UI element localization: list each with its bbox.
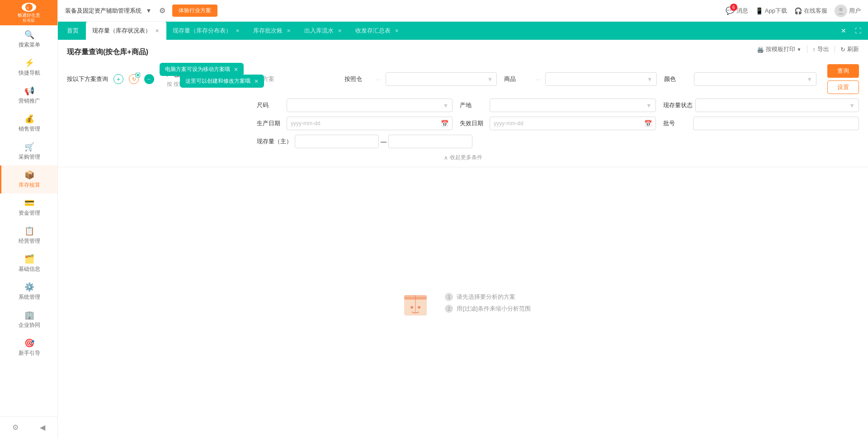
sidebar-item-quick-nav[interactable]: ⚡ 快捷导航 <box>0 53 57 81</box>
filter-field-origin: 产地 ▼ <box>460 99 656 112</box>
filter-field-stock-status: 现存量状态 ▼ <box>663 99 859 112</box>
sidebar-item-search[interactable]: 🔍 搜索菜单 <box>0 25 57 53</box>
tab-stock-dist-label: 现存量（库存分布表） <box>173 27 231 35</box>
expire-date-calendar-icon[interactable]: 📅 <box>644 120 652 127</box>
sidebar-item-system[interactable]: ⚙️ 系统管理 <box>0 278 57 306</box>
size-select-caret: ▼ <box>443 102 448 109</box>
search-btn-group: 查询 设置 <box>827 64 859 94</box>
tab-in-out-flow[interactable]: 出入库流水 ✕ <box>298 22 349 40</box>
notification-item[interactable]: 💬 6 消息 <box>726 6 748 15</box>
size-select[interactable]: ▼ <box>287 99 453 112</box>
sidebar-item-basic-info[interactable]: 🗂️ 基础信息 <box>0 250 57 278</box>
warehouse-dots[interactable]: ··· <box>374 76 383 83</box>
sidebar-bottom: ⚙ ◀ <box>0 416 57 438</box>
tab-in-out-flow-close[interactable]: ✕ <box>336 28 343 34</box>
origin-select[interactable]: ▼ <box>490 99 656 112</box>
app-logo: 6 畅通好生意 标准版 <box>0 0 57 25</box>
filter-arrow-btn[interactable]: ← <box>144 74 154 84</box>
sidebar-collapse-btn[interactable]: ◀ <box>38 421 47 433</box>
sales-icon: 💰 <box>24 114 34 124</box>
system-icon: ⚙️ <box>24 282 34 292</box>
user-item[interactable]: 用户 <box>835 5 861 17</box>
scheme-tooltip-close[interactable]: ✕ <box>234 66 238 73</box>
tab-maximize-btn[interactable]: ⛶ <box>852 24 864 37</box>
stock-main-label: 现存量（主） <box>257 137 292 146</box>
goods-select[interactable]: ▼ <box>545 72 656 86</box>
tab-bar: 首页 现存量（库存状况表） ✕ 现存量（库存分布表） ✕ 库存批次账 ✕ 出入库… <box>58 22 868 40</box>
refresh-btn[interactable]: ↻ 刷新 <box>840 45 859 53</box>
sidebar-item-marketing[interactable]: 📢 营销推广 <box>0 81 57 109</box>
prod-date-input[interactable]: yyyy-mm-dd 📅 <box>287 117 453 130</box>
filter-field-warehouse: 按照仓 ··· ▼ <box>344 72 497 86</box>
goods-select-caret: ▼ <box>647 76 653 83</box>
sidebar-item-operations[interactable]: 📋 经营管理 <box>0 221 57 250</box>
tab-batch-account[interactable]: 库存批次账 ✕ <box>247 22 298 40</box>
tab-stock-status[interactable]: 现存量（库存状况表） ✕ <box>86 22 166 40</box>
filter-refresh-btn[interactable]: ↻ <box>129 74 139 84</box>
sidebar-item-enterprise[interactable]: 🏢 企业协同 <box>0 306 57 334</box>
sidebar-item-finance[interactable]: 💳 资金管理 <box>0 193 57 221</box>
tab-recv-summary-close[interactable]: ✕ <box>393 28 400 34</box>
filter-add-btn[interactable]: + <box>113 74 123 84</box>
origin-select-caret: ▼ <box>646 102 652 109</box>
app-download-item[interactable]: 📱 App下载 <box>755 7 787 15</box>
tab-close-all-btn[interactable]: ✕ <box>837 24 850 37</box>
industry-plan-btn[interactable]: 体验行业方案 <box>172 5 217 17</box>
sidebar-item-inventory[interactable]: 📦 库存核算 <box>0 165 57 193</box>
basic-info-icon: 🗂️ <box>24 254 34 264</box>
stock-status-select[interactable]: ▼ <box>695 99 859 112</box>
prod-date-placeholder: yyyy-mm-dd <box>291 120 320 127</box>
search-icon: 🔍 <box>24 30 34 40</box>
tab-home-label: 首页 <box>67 27 79 35</box>
filter-field-color: 颜色 ▼ <box>664 72 816 86</box>
stock-main-range: — <box>295 135 472 148</box>
online-support-item[interactable]: 🎧 在线客服 <box>794 7 827 15</box>
stock-main-min[interactable] <box>295 135 379 148</box>
sidebar-item-purchase[interactable]: 🛒 采购管理 <box>0 137 57 165</box>
empty-state: 1 请先选择要分析的方案 2 用[过滤]条件来缩小分析范围 <box>58 167 868 438</box>
header-settings-btn[interactable]: ⚙ <box>156 5 169 17</box>
search-btn[interactable]: 查询 <box>827 64 859 78</box>
color-select[interactable]: ▼ <box>694 72 816 86</box>
operations-icon: 📋 <box>24 226 34 236</box>
tab-stock-dist[interactable]: 现存量（库存分布表） ✕ <box>166 22 247 40</box>
page-title: 现存量查询(按仓库+商品) <box>67 47 148 57</box>
export-btn[interactable]: ↑ 导出 <box>813 45 830 53</box>
warehouse-select[interactable]: ▼ <box>386 72 497 86</box>
tab-stock-dist-close[interactable]: ✕ <box>234 28 241 34</box>
hint-text-2: 用[过滤]条件来缩小分析范围 <box>457 305 530 313</box>
notification-label: 消息 <box>736 7 748 15</box>
print-icon: 🖨️ <box>757 46 764 53</box>
tab-home[interactable]: 首页 <box>60 22 86 40</box>
prod-date-calendar-icon[interactable]: 📅 <box>441 120 448 127</box>
tab-stock-status-close[interactable]: ✕ <box>154 28 160 34</box>
scheme-tooltip: 电脑方案可设为移动方案哦 ✕ <box>160 63 244 76</box>
batch-input[interactable] <box>693 117 859 130</box>
notification-badge: 💬 6 <box>726 6 735 15</box>
system-dropdown-btn[interactable]: ▼ <box>145 7 152 14</box>
edit-tooltip-close[interactable]: ✕ <box>254 78 259 85</box>
sidebar-item-sales[interactable]: 💰 销售管理 <box>0 109 57 137</box>
sidebar-item-guide[interactable]: 🎯 新手引导 <box>0 334 57 362</box>
tab-batch-account-close[interactable]: ✕ <box>285 28 292 34</box>
phone-icon: 📱 <box>755 7 763 14</box>
filter-panel: 按以下方案查询 + ↻ ← 电脑方案可设为移动方案哦 ✕ <box>58 59 868 167</box>
collapse-btn[interactable]: ∧ 收起更多条件 <box>444 154 482 161</box>
print-btn[interactable]: 🖨️ 按模板打印 ▼ <box>757 45 802 53</box>
tab-batch-account-label: 库存批次账 <box>253 27 283 35</box>
main-content: 装备及固定资产辅助管理系统 ▼ ⚙ 体验行业方案 💬 6 消息 📱 App下载 … <box>58 0 868 438</box>
notification-count: 6 <box>730 4 737 11</box>
purchase-icon: 🛒 <box>24 142 34 152</box>
sidebar-settings-btn[interactable]: ⚙ <box>10 421 20 433</box>
stock-main-max[interactable] <box>388 135 472 148</box>
finance-icon: 💳 <box>24 198 34 208</box>
divider-2 <box>835 46 835 53</box>
tab-recv-summary[interactable]: 收发存汇总表 ✕ <box>349 22 406 40</box>
hint-num-1: 1 <box>445 293 453 301</box>
reset-btn[interactable]: 设置 <box>827 80 859 94</box>
expire-date-input[interactable]: yyyy-mm-dd 📅 <box>490 117 656 130</box>
empty-text: 1 请先选择要分析的方案 2 用[过滤]条件来缩小分析范围 <box>445 293 530 313</box>
filter-field-size: 尺码 ▼ <box>257 99 453 112</box>
goods-dots[interactable]: ··· <box>534 76 542 83</box>
stock-status-caret: ▼ <box>849 102 855 109</box>
